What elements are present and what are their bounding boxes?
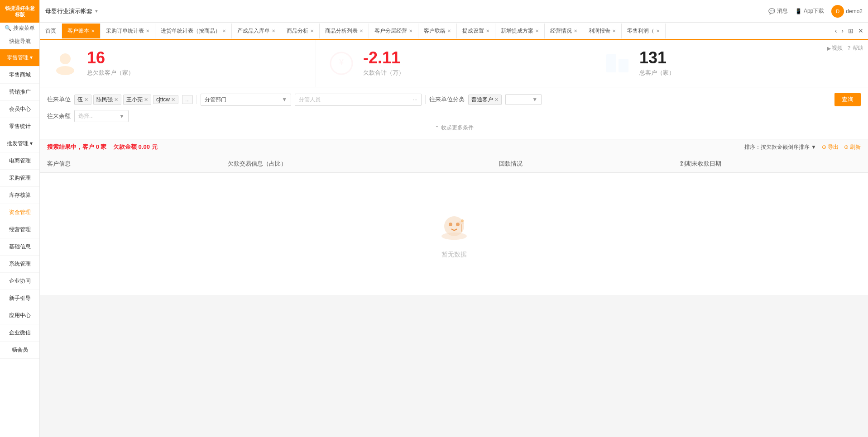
stat2-info: -2.11 欠款合计（万） [363, 50, 404, 77]
tab-inbound-stats[interactable]: 进货单统计表（按商品）✕ [155, 24, 232, 38]
tab-label: 客户分层经营 [374, 27, 407, 35]
filter-right: 查询 [834, 93, 861, 106]
more-tags-button[interactable]: ... [182, 95, 193, 104]
sidebar-item-vip-member[interactable]: 畅会员 [0, 342, 39, 359]
filter-tag-tag1: 伍✕ [74, 95, 91, 105]
tab-close-icon[interactable]: ✕ [535, 28, 539, 33]
unit-type-tag: 普通客户 ✕ [468, 95, 502, 105]
tab-close-icon[interactable]: ✕ [486, 28, 489, 33]
sidebar-item-member[interactable]: 会员中心 [0, 101, 39, 118]
app-download-button[interactable]: 📱 App下载 [795, 7, 824, 15]
divider-1 [197, 95, 197, 104]
username: demo2 [846, 8, 863, 14]
quick-nav-button[interactable]: 快捷导航 [0, 34, 39, 49]
messages-button[interactable]: 💬 消息 [768, 7, 788, 15]
tab-accounts-receivable[interactable]: 客户账本✕ [62, 24, 101, 38]
stat3-value: 131 [639, 50, 675, 66]
unit-type-tag-remove[interactable]: ✕ [494, 97, 499, 103]
video-help-button[interactable]: ▶ 视频 [827, 44, 843, 52]
dept-selector[interactable]: 分管部门 ▼ [201, 94, 291, 106]
tab-product-analysis[interactable]: 商品分析✕ [281, 24, 320, 38]
sidebar-item-system[interactable]: 系统管理 [0, 256, 39, 273]
tab-close-icon[interactable]: ✕ [360, 28, 363, 33]
sidebar-item-finance[interactable]: 资金管理 [0, 204, 39, 221]
tab-close-icon[interactable]: ✕ [574, 28, 577, 33]
tabs-bar: 首页客户账本✕采购订单统计表✕进货单统计表（按商品）✕产成品入库单✕商品分析✕商… [40, 23, 868, 40]
sidebar-item-purchase[interactable]: 采购管理 [0, 170, 39, 187]
sidebar-item-marketing[interactable]: 营销推广 [0, 84, 39, 101]
tab-close-icon[interactable]: ✕ [310, 28, 314, 33]
sidebar-item-retail-shop[interactable]: 零售商城 [0, 66, 39, 84]
refresh-button[interactable]: ⊙ 刷新 [844, 143, 861, 151]
tab-close-icon[interactable]: ✕ [91, 28, 95, 33]
tab-close-icon[interactable]: ✕ [447, 28, 451, 33]
help-button[interactable]: ？ 帮助 [846, 44, 863, 52]
export-button[interactable]: ⊙ 导出 [822, 143, 839, 151]
unit-type-dropdown[interactable]: ▼ [505, 94, 542, 105]
tab-label: 客户账本 [67, 27, 89, 35]
filter-row-2: 往来余额 选择... ▼ [47, 110, 861, 122]
sidebar-item-corp-wechat[interactable]: 企业微信 [0, 324, 39, 342]
company-selector[interactable]: 母婴行业演示帐套 ▼ [45, 7, 99, 15]
tab-label: 经营情况 [550, 27, 572, 35]
tab-product-analysis-list[interactable]: 商品分析列表✕ [320, 24, 369, 38]
tab-cost-inbound[interactable]: 产成品入库单✕ [232, 24, 281, 38]
balance-label: 往来余额 [47, 112, 71, 120]
tag-remove-tag4[interactable]: ✕ [171, 97, 175, 103]
tab-customer-tier[interactable]: 客户分层经营✕ [369, 24, 418, 38]
tab-close-icon[interactable]: ✕ [222, 28, 226, 33]
filter-tag-tag4: cjttcw✕ [153, 95, 178, 104]
tabs-close-all-button[interactable]: ✕ [856, 26, 865, 35]
sort-selector[interactable]: 排序：按欠款金额倒序排序 ▼ [744, 143, 816, 151]
tabs-prev-button[interactable]: ‹ [833, 26, 839, 35]
tab-close-icon[interactable]: ✕ [146, 28, 149, 33]
tab-operations-status[interactable]: 经营情况✕ [545, 24, 583, 38]
tab-purchase-orders[interactable]: 采购订单统计表✕ [101, 24, 155, 38]
tab-label: 商品分析 [287, 27, 308, 35]
tab-close-icon[interactable]: ✕ [656, 28, 660, 33]
tab-retail-profit[interactable]: 零售利润（✕ [622, 24, 666, 38]
unit-filter-label: 往来单位 [47, 95, 71, 104]
tabs-expand-button[interactable]: ⊞ [846, 26, 855, 35]
sidebar-item-wholesale[interactable]: 批发管理 ▾ [0, 135, 39, 152]
unit-type-label: 往来单位分类 [429, 95, 465, 104]
tag-remove-tag2[interactable]: ✕ [114, 97, 118, 103]
search-menu-button[interactable]: 🔍 搜索菜单 [0, 23, 39, 34]
sidebar-item-operations[interactable]: 经营管理 [0, 221, 39, 238]
sidebar-item-corp-collab[interactable]: 企业协同 [0, 273, 39, 290]
empty-state: 暂无数据 [40, 173, 868, 295]
sidebar-item-retail-mgmt[interactable]: 零售管理 ▾ [0, 49, 39, 66]
sidebar-item-app-center[interactable]: 应用中心 [0, 307, 39, 324]
sidebar-item-newbie[interactable]: 新手引导 [0, 290, 39, 307]
sidebar-item-ecommerce[interactable]: 电商管理 [0, 152, 39, 170]
search-button[interactable]: 查询 [834, 93, 861, 106]
person-input[interactable]: 分管人员 ··· [295, 94, 422, 106]
sidebar-item-basic[interactable]: 基础信息 [0, 238, 39, 256]
tab-label: 零售利润（ [627, 27, 654, 35]
tab-new-raise-plan[interactable]: 新增提成方案✕ [495, 24, 545, 38]
user-avatar: D [831, 5, 844, 18]
collapse-button[interactable]: ⌃ 收起更多条件 [47, 122, 861, 133]
topbar-left: 母婴行业演示帐套 ▼ [45, 7, 99, 15]
tag-remove-tag3[interactable]: ✕ [144, 97, 148, 103]
tab-close-icon[interactable]: ✕ [612, 28, 616, 33]
tabs-nav: ‹ › ⊞ ✕ [830, 26, 868, 35]
tab-close-icon[interactable]: ✕ [272, 28, 275, 33]
sidebar: 畅捷通好生意 标版 🔍 搜索菜单 快捷导航 零售管理 ▾零售商城营销推广会员中心… [0, 0, 40, 437]
tab-home[interactable]: 首页 [40, 24, 62, 38]
user-menu[interactable]: D demo2 [831, 5, 863, 18]
sidebar-item-retail-stat[interactable]: 零售统计 [0, 118, 39, 135]
main-area: 母婴行业演示帐套 ▼ 💬 消息 📱 App下载 D demo2 首页客户账本✕采… [40, 0, 868, 437]
tag-remove-tag1[interactable]: ✕ [84, 97, 88, 103]
stat-help-area: ▶ 视频 ？ 帮助 [827, 44, 863, 52]
tab-raise-settings[interactable]: 提成设置✕ [457, 24, 495, 38]
svg-point-12 [461, 219, 464, 222]
tabs-next-button[interactable]: › [839, 26, 845, 35]
tab-close-icon[interactable]: ✕ [409, 28, 412, 33]
sidebar-item-inventory[interactable]: 库存核算 [0, 187, 39, 204]
balance-selector[interactable]: 选择... ▼ [74, 110, 129, 122]
tab-customer-contact[interactable]: 客户联络✕ [418, 24, 457, 38]
tab-profit-report[interactable]: 利润报告✕ [583, 24, 622, 38]
table-container: 客户信息欠款交易信息（占比）回款情况到期未收款日期 暂无数据 [40, 155, 868, 295]
unit-type-tags: 普通客户 ✕ [468, 95, 502, 105]
